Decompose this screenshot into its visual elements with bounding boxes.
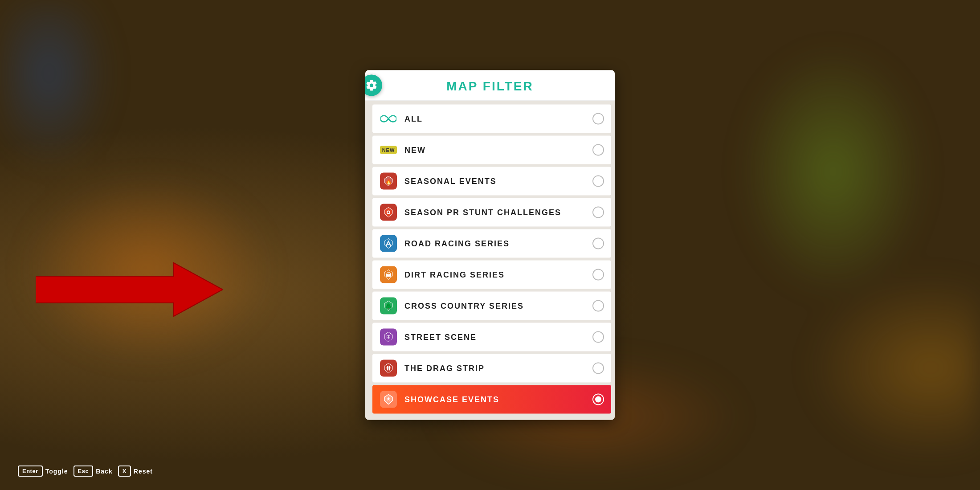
- svg-rect-11: [387, 366, 388, 371]
- filter-label-all: ALL: [404, 114, 592, 123]
- cross-country-icon: 🌲: [380, 297, 397, 315]
- filter-label-road: ROAD RACING SERIES: [404, 239, 592, 248]
- keyboard-hints: Enter Toggle Esc Back X Reset: [18, 466, 153, 477]
- filter-label-new: NEW: [404, 145, 592, 155]
- road-icon: [380, 235, 397, 253]
- radio-new: [592, 144, 604, 156]
- filter-item-road[interactable]: ROAD RACING SERIES: [372, 229, 611, 258]
- svg-rect-8: [389, 336, 390, 337]
- radio-cross-country: [592, 300, 604, 312]
- filter-list[interactable]: ALL NEW NEW 🔥 SEASONAL EVENTS: [365, 101, 615, 420]
- x-label: Reset: [134, 468, 153, 475]
- svg-rect-10: [389, 338, 390, 339]
- svg-text:🌲: 🌲: [385, 302, 392, 310]
- filter-label-showcase: SHOWCASE EVENTS: [404, 395, 592, 404]
- svg-rect-13: [386, 368, 391, 368]
- street-icon: [380, 328, 397, 346]
- filter-item-showcase[interactable]: SHOWCASE EVENTS: [372, 385, 611, 414]
- svg-point-3: [388, 212, 389, 213]
- filter-label-seasonal: SEASONAL EVENTS: [404, 176, 592, 186]
- filter-label-dirt: DIRT RACING SERIES: [404, 270, 592, 279]
- svg-rect-9: [387, 338, 388, 339]
- esc-key: Esc: [74, 466, 94, 477]
- dirt-icon: 🏔: [380, 266, 397, 284]
- svg-rect-14: [386, 369, 391, 370]
- new-badge-icon: NEW: [380, 141, 397, 159]
- svg-text:🏔: 🏔: [386, 271, 392, 278]
- radio-dirt: [592, 269, 604, 281]
- radio-pr-stunt: [592, 207, 604, 218]
- filter-item-seasonal[interactable]: 🔥 SEASONAL EVENTS: [372, 167, 611, 196]
- seasonal-icon: 🔥: [380, 172, 397, 190]
- showcase-icon: [380, 391, 397, 408]
- svg-rect-7: [387, 336, 388, 337]
- enter-hint: Enter Toggle: [18, 466, 68, 477]
- panel-title: MAP FILTER: [446, 79, 533, 93]
- svg-text:🔥: 🔥: [385, 178, 392, 185]
- radio-drag: [592, 363, 604, 374]
- filter-item-cross-country[interactable]: 🌲 CROSS COUNTRY SERIES: [372, 292, 611, 320]
- enter-label: Toggle: [45, 468, 68, 475]
- esc-hint: Esc Back: [74, 466, 113, 477]
- filter-item-new[interactable]: NEW NEW: [372, 136, 611, 164]
- filter-item-street[interactable]: STREET SCENE: [372, 323, 611, 351]
- filter-item-pr-stunt[interactable]: SEASON PR STUNT CHALLENGES: [372, 198, 611, 227]
- filter-label-street: STREET SCENE: [404, 332, 592, 342]
- esc-label: Back: [96, 468, 112, 475]
- x-hint: X Reset: [118, 466, 153, 477]
- enter-key: Enter: [18, 466, 43, 477]
- radio-all: [592, 113, 604, 125]
- pr-stunt-icon: [380, 204, 397, 221]
- map-filter-panel: MAP FILTER ALL NEW NEW: [365, 70, 615, 420]
- panel-header: MAP FILTER: [365, 70, 615, 101]
- filter-item-dirt[interactable]: 🏔 DIRT RACING SERIES: [372, 261, 611, 289]
- filter-item-all[interactable]: ALL: [372, 105, 611, 133]
- filter-item-drag[interactable]: THE DRAG STRIP: [372, 354, 611, 383]
- svg-rect-12: [389, 366, 390, 371]
- infinity-icon: [380, 110, 397, 128]
- svg-marker-0: [36, 263, 223, 316]
- filter-label-cross-country: CROSS COUNTRY SERIES: [404, 301, 592, 310]
- drag-icon: [380, 359, 397, 377]
- gear-button[interactable]: [365, 75, 382, 96]
- radio-showcase: [592, 394, 604, 405]
- arrow-pointer: [36, 258, 223, 323]
- gear-icon: [365, 79, 378, 92]
- filter-label-pr-stunt: SEASON PR STUNT CHALLENGES: [404, 208, 592, 217]
- radio-seasonal: [592, 176, 604, 187]
- radio-road: [592, 238, 604, 249]
- x-key: X: [118, 466, 131, 477]
- filter-label-drag: THE DRAG STRIP: [404, 363, 592, 373]
- radio-street: [592, 331, 604, 343]
